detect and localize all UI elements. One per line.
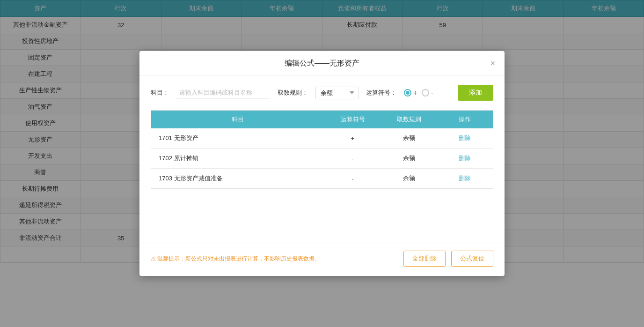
formula-row-2-rule: 余额 xyxy=(381,149,437,169)
radio-minus[interactable]: - xyxy=(422,89,433,97)
rule-select[interactable]: 余额 借方 贷方 借方累计 贷方累计 xyxy=(315,87,359,99)
radio-plus-circle xyxy=(404,89,411,97)
modal-footer: ⚠ 温馨提示：新公式只对未出报表进行计算，不影响历史报表数据。 全部删除 公式复… xyxy=(139,243,505,276)
operator-label: 运算符号： xyxy=(366,89,396,97)
modal-close-button[interactable]: × xyxy=(488,57,497,69)
formula-table: 科目 运算符号 取数规则 操作 1701 无形资产 + 余额 删除 xyxy=(151,110,493,189)
formula-row-3: 1703 无形资产减值准备 - 余额 删除 xyxy=(151,169,493,189)
subject-input[interactable] xyxy=(176,87,270,98)
formula-row-3-rule: 余额 xyxy=(381,169,437,189)
footer-tip-text: 温馨提示：新公式只对未出报表进行计算，不影响历史报表数据。 xyxy=(157,255,320,262)
form-row: 科目： 取数规则： 余额 借方 贷方 借方累计 贷方累计 运算符号： xyxy=(151,85,493,101)
modal-dialog: 编辑公式——无形资产 × 科目： 取数规则： 余额 借方 贷方 借方累计 贷方累… xyxy=(139,51,505,276)
subject-label: 科目： xyxy=(151,89,169,97)
radio-plus[interactable]: + xyxy=(404,89,417,97)
formula-row-2-operator: - xyxy=(325,149,381,169)
rule-select-wrapper: 余额 借方 贷方 借方累计 贷方累计 xyxy=(315,87,359,99)
radio-plus-label: + xyxy=(413,89,417,97)
add-button[interactable]: 添加 xyxy=(458,85,493,101)
modal-body: 科目： 取数规则： 余额 借方 贷方 借方累计 贷方累计 运算符号： xyxy=(139,75,505,243)
formula-row-3-subject: 1703 无形资产减值准备 xyxy=(151,169,325,189)
formula-row-2: 1702 累计摊销 - 余额 删除 xyxy=(151,149,493,169)
formula-row-2-action: 删除 xyxy=(437,149,493,169)
operator-group: + - xyxy=(404,89,433,97)
radio-minus-circle xyxy=(422,89,429,97)
formula-row-1-operator: + xyxy=(325,128,381,149)
col-operator: 运算符号 xyxy=(325,111,381,129)
formula-row-2-subject: 1702 累计摊销 xyxy=(151,149,325,169)
footer-tip: ⚠ 温馨提示：新公式只对未出报表进行计算，不影响历史报表数据。 xyxy=(151,255,320,263)
formula-row-3-operator: - xyxy=(325,169,381,189)
rule-label: 取数规则： xyxy=(278,89,308,97)
footer-tip-icon: ⚠ xyxy=(151,255,156,262)
formula-row-1-subject: 1701 无形资产 xyxy=(151,128,325,149)
formula-row-1: 1701 无形资产 + 余额 删除 xyxy=(151,128,493,149)
radio-minus-label: - xyxy=(431,89,433,97)
modal-title: 编辑公式——无形资产 xyxy=(285,59,359,68)
reset-button[interactable]: 公式复位 xyxy=(451,251,493,267)
delete-button-2[interactable]: 删除 xyxy=(459,154,471,163)
col-rule: 取数规则 xyxy=(381,111,437,129)
delete-button-3[interactable]: 删除 xyxy=(459,174,471,183)
delete-button-1[interactable]: 删除 xyxy=(459,134,471,142)
delete-all-button[interactable]: 全部删除 xyxy=(403,251,446,267)
formula-row-1-rule: 余额 xyxy=(381,128,437,149)
modal-overlay: 编辑公式——无形资产 × 科目： 取数规则： 余额 借方 贷方 借方累计 贷方累… xyxy=(0,0,644,327)
formula-row-3-action: 删除 xyxy=(437,169,493,189)
formula-table-header: 科目 运算符号 取数规则 操作 xyxy=(151,111,493,129)
modal-header: 编辑公式——无形资产 × xyxy=(139,51,505,75)
col-action: 操作 xyxy=(437,111,493,129)
formula-row-1-action: 删除 xyxy=(437,128,493,149)
col-subject: 科目 xyxy=(151,111,325,129)
footer-actions: 全部删除 公式复位 xyxy=(403,251,493,267)
